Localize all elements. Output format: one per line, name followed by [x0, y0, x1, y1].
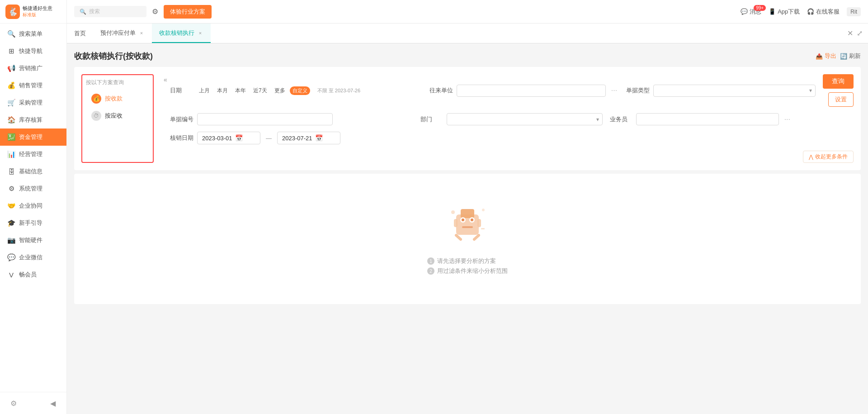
- refresh-btn[interactable]: 🔄 刷新: [840, 52, 861, 60]
- sidebar-item-purchase[interactable]: 🛒 采购管理: [0, 94, 66, 111]
- collapse-more-row: ⋀ 收起更多条件: [170, 151, 854, 163]
- tab-prepay[interactable]: 预付冲应付单 ×: [93, 24, 152, 43]
- filter-collapse-sidebar-btn[interactable]: «: [161, 74, 170, 163]
- logo-text: 畅捷通好生意 标准版: [23, 5, 52, 18]
- sidebar-item-operation[interactable]: 📊 经营管理: [0, 146, 66, 163]
- sidebar-logo: 🐇 畅捷通好生意 标准版: [0, 0, 66, 24]
- sidebar-item-hardware[interactable]: 📷 智能硬件: [0, 232, 66, 249]
- date-label: 日期: [170, 86, 193, 95]
- partner-input[interactable]: [457, 85, 605, 97]
- inventory-icon: 🏠: [7, 116, 15, 124]
- query-btn[interactable]: 查询: [823, 74, 854, 89]
- sidebar-item-sales-label: 销售管理: [19, 81, 42, 90]
- sidebar: 🐇 畅捷通好生意 标准版 🔍 搜索菜单 ⊞ 快捷导航 📢 营销推广 💰 销售管理…: [0, 0, 67, 414]
- sidebar-item-finance[interactable]: 💹 资金管理: [0, 128, 66, 146]
- this-year-btn[interactable]: 本年: [232, 86, 249, 95]
- svg-line-9: [456, 235, 461, 239]
- filter-option-by-receivable[interactable]: ⏱ 按应收: [86, 107, 149, 124]
- empty-tips: 1 请先选择要分析的方案 2 用过滤条件来缩小分析范围: [427, 255, 508, 277]
- last-month-btn[interactable]: 上月: [196, 86, 212, 95]
- sidebar-item-guide[interactable]: 🎓 新手引导: [0, 214, 66, 232]
- filter-form: 日期 上月 本月 本年 近7天 更多 自定义 不限 至 2023-07-26: [170, 74, 854, 163]
- tab1-close[interactable]: ×: [138, 30, 145, 36]
- writeoff-date-start-input[interactable]: 2023-03-01 📅: [197, 132, 260, 144]
- tab-writeoff[interactable]: 收款核销执行 ×: [152, 24, 211, 43]
- message-badge[interactable]: 💬 消息 99+: [741, 8, 761, 16]
- sidebar-item-operation-label: 经营管理: [19, 150, 42, 158]
- writeoff-date-end-input[interactable]: 2023-07-21 📅: [277, 132, 340, 144]
- voucher-no-label: 单据编号: [170, 115, 193, 124]
- filter-option-by-receipt[interactable]: 💰 按收款: [86, 90, 149, 107]
- sidebar-item-quicknav[interactable]: ⊞ 快捷导航: [0, 43, 66, 60]
- logo-name: 畅捷通好生意: [23, 5, 52, 11]
- sidebar-item-hardware-label: 智能硬件: [19, 236, 42, 244]
- expand-tab-icon[interactable]: ⤢: [857, 29, 863, 38]
- staff-input[interactable]: [636, 113, 779, 125]
- last-7-days-btn[interactable]: 近7天: [250, 86, 270, 95]
- sidebar-item-base[interactable]: 🗄 基础信息: [0, 163, 66, 180]
- settings-footer-icon[interactable]: ⚙: [7, 397, 20, 409]
- sidebar-item-marketing[interactable]: 📢 营销推广: [0, 60, 66, 77]
- custom-date-badge[interactable]: 自定义: [290, 86, 310, 95]
- svg-rect-13: [481, 228, 485, 229]
- sidebar-menu: 🔍 搜索菜单 ⊞ 快捷导航 📢 营销推广 💰 销售管理 🛒 采购管理 🏠 库存核…: [0, 24, 66, 392]
- sidebar-item-wechat-label: 企业微信: [19, 253, 42, 262]
- sidebar-item-vip[interactable]: V 畅会员: [0, 266, 66, 283]
- sidebar-item-marketing-label: 营销推广: [19, 64, 42, 72]
- topbar-search-box[interactable]: 🔍 搜索: [74, 6, 146, 17]
- sales-icon: 💰: [7, 81, 15, 90]
- voucher-type-select[interactable]: [653, 85, 816, 97]
- staff-more-btn[interactable]: ···: [783, 115, 792, 124]
- sidebar-item-enterprise[interactable]: 🤝 企业协同: [0, 197, 66, 214]
- svg-line-10: [474, 235, 479, 239]
- this-month-btn[interactable]: 本月: [214, 86, 231, 95]
- export-btn[interactable]: 📤 导出: [816, 52, 836, 60]
- sidebar-item-search[interactable]: 🔍 搜索菜单: [0, 25, 66, 43]
- sidebar-item-enterprise-label: 企业协同: [19, 202, 42, 210]
- sidebar-item-inventory-label: 库存核算: [19, 116, 42, 124]
- sidebar-item-system-label: 系统管理: [19, 185, 42, 193]
- voucher-no-input[interactable]: [197, 113, 333, 125]
- settings-btn[interactable]: 设置: [828, 92, 854, 107]
- sidebar-item-guide-label: 新手引导: [19, 219, 42, 227]
- collapse-more-btn[interactable]: ⋀ 收起更多条件: [803, 151, 854, 163]
- writeoff-start-value: 2023-03-01: [202, 135, 232, 142]
- user-avatar[interactable]: Rit: [847, 7, 861, 16]
- tabbar: 首页 预付冲应付单 × 收款核销执行 × ✕ ⤢: [67, 24, 868, 43]
- partner-more-btn[interactable]: ···: [609, 86, 619, 95]
- solution-btn[interactable]: 体验行业方案: [164, 5, 212, 19]
- sidebar-item-system[interactable]: ⚙ 系统管理: [0, 180, 66, 197]
- sidebar-item-wechat[interactable]: 💬 企业微信: [0, 249, 66, 266]
- sidebar-item-quicknav-label: 快捷导航: [19, 47, 42, 55]
- tab-home[interactable]: 首页: [67, 24, 93, 43]
- refresh-icon: 🔄: [840, 53, 847, 60]
- dept-select[interactable]: [447, 113, 603, 125]
- calendar-start-icon: 📅: [235, 134, 243, 142]
- voucher-type-select-wrapper: [653, 85, 816, 97]
- online-service-btn[interactable]: 🎧 在线客服: [807, 8, 840, 16]
- filter-option1-label: 按收款: [105, 95, 123, 103]
- collapse-sidebar-icon[interactable]: ◀: [47, 397, 59, 409]
- tip1-num: 1: [427, 257, 434, 265]
- tab2-close[interactable]: ×: [197, 30, 203, 36]
- service-icon: 🎧: [807, 8, 814, 15]
- more-date-btn[interactable]: 更多: [272, 86, 288, 95]
- svg-rect-8: [477, 219, 481, 227]
- finance-icon: 💹: [7, 133, 15, 141]
- filter-dept-field: 部门: [420, 113, 603, 125]
- tabbar-right-actions: ✕ ⤢: [842, 24, 868, 43]
- sidebar-item-sales[interactable]: 💰 销售管理: [0, 77, 66, 94]
- marketing-icon: 📢: [7, 64, 15, 72]
- dept-select-wrapper: [447, 113, 603, 125]
- tab2-label: 收款核销执行: [159, 29, 194, 37]
- app-download-btn[interactable]: 📱 App下载: [769, 8, 800, 16]
- filter-voucher-no-field: 单据编号: [170, 113, 413, 125]
- sidebar-item-inventory[interactable]: 🏠 库存核算: [0, 111, 66, 128]
- close-tab-icon[interactable]: ✕: [847, 29, 853, 38]
- purchase-icon: 🛒: [7, 99, 15, 107]
- page-content: 收款核销执行(按收款) 📤 导出 🔄 刷新 按以下方案查询 💰 按收款: [67, 43, 868, 414]
- gear-btn[interactable]: ⚙: [152, 7, 158, 16]
- sidebar-item-base-label: 基础信息: [19, 167, 42, 176]
- sidebar-item-finance-label: 资金管理: [19, 133, 42, 141]
- filter-writeoff-date-field: 核销日期 2023-03-01 📅 — 2023-07-21 📅: [170, 132, 854, 144]
